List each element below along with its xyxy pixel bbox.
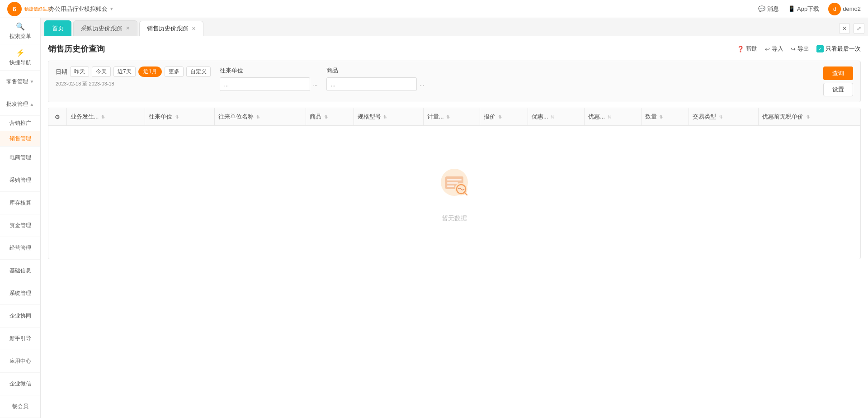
th-quantity[interactable]: 数量 ⇅ — [641, 108, 689, 126]
import-icon: ↩ — [765, 46, 770, 52]
sidebar-item-search-menu[interactable]: 🔍 搜索菜单 — [0, 18, 40, 44]
logo-area: 6 畅捷信好生意 — [7, 2, 43, 16]
sidebar-item-member-card[interactable]: 畅会员 — [0, 395, 40, 418]
th-biz-date[interactable]: 业务发生... ⇅ — [66, 108, 145, 126]
filter-main-row: 日期 昨天 今天 近7天 近1月 更多 自定义 2023-02-18 至 202… — [56, 66, 853, 96]
th-settings[interactable]: ⚙ — [48, 108, 66, 126]
sidebar-item-beginner-guide[interactable]: 新手引导 — [0, 328, 40, 350]
sidebar-item-label: 资金管理 — [9, 222, 31, 229]
date-btn-custom[interactable]: 自定义 — [186, 66, 211, 77]
sidebar-item-enterprise-agreement[interactable]: 企业协同 — [0, 305, 40, 328]
th-quoted-price[interactable]: 报价 ⇅ — [480, 108, 528, 126]
only-last-checkbox[interactable]: ✓ — [816, 45, 824, 52]
date-range-text: 2023-02-18 至 2023-03-18 — [56, 81, 211, 87]
sidebar-item-enterprise-wechat[interactable]: 企业微信 — [0, 373, 40, 395]
empty-state: 暂无数据 — [48, 126, 860, 259]
sidebar-item-app-center[interactable]: 应用中心 — [0, 350, 40, 373]
th-unit[interactable]: 计量... ⇅ — [423, 108, 480, 126]
sidebar-item-retail-mgmt[interactable]: 零售管理 ▼ — [0, 71, 40, 93]
product-filter-row: 商品 — [326, 66, 424, 75]
close-purchase-history-tab[interactable]: ✕ — [126, 26, 130, 31]
avatar: d — [828, 3, 841, 15]
sidebar-item-marketing-promo[interactable]: 营销推广 — [0, 116, 40, 131]
sidebar-item-inventory-calc[interactable]: 库存核算 — [0, 192, 40, 214]
filter-settings-btn[interactable]: 设置 — [823, 83, 853, 96]
sidebar-item-label: 经营管理 — [9, 244, 31, 252]
date-btn-7days[interactable]: 近7天 — [113, 66, 136, 77]
sidebar-item-label: 销售管理 — [9, 135, 31, 142]
message-btn[interactable]: 💬 消息 — [758, 5, 779, 13]
th-discount2[interactable]: 优惠... ⇅ — [585, 108, 642, 126]
th-partner-code[interactable]: 往来单位 ⇅ — [145, 108, 215, 126]
sidebar-item-label: 应用中心 — [9, 357, 31, 365]
sidebar-item-operations-mgmt[interactable]: 经营管理 — [0, 237, 40, 260]
top-header: 6 畅捷信好生意 办公用品行业模拟账套 ▾ 💬 消息 📱 App下载 d dem… — [0, 0, 868, 18]
help-btn[interactable]: ❓ 帮助 — [737, 45, 758, 53]
filter-right-actions: 查询 设置 — [823, 66, 853, 96]
tab-bar: 首页 采购历史价跟踪 ✕ 销售历史价跟踪 ✕ ✕ ⤢ — [41, 18, 868, 36]
sort-icon-pre-tax-price: ⇅ — [806, 114, 810, 119]
partner-input-row: ... — [220, 77, 317, 91]
sidebar-item-sales-mgmt[interactable]: 销售管理 — [0, 131, 40, 147]
app-download-btn[interactable]: 📱 App下载 — [788, 5, 819, 13]
page-actions: ❓ 帮助 ↩ 导入 ↪ 导出 ✓ 只看最后一次 — [737, 45, 861, 53]
page-title-bar: 销售历史价查询 ❓ 帮助 ↩ 导入 ↪ 导出 ✓ — [48, 43, 861, 54]
date-filter-label: 日期 — [56, 68, 67, 76]
export-icon: ↪ — [791, 46, 796, 52]
main-layout: 🔍 搜索菜单 ⚡ 快捷导航 零售管理 ▼ 批发管理 ▲ 营销推广 销售管理 电商… — [0, 18, 868, 418]
sidebar-item-label: 系统管理 — [9, 290, 31, 297]
partner-filter-group: 往来单位 ... — [220, 66, 317, 91]
th-trade-type[interactable]: 交易类型 ⇅ — [689, 108, 759, 126]
only-last-checkbox-label[interactable]: ✓ 只看最后一次 — [816, 45, 861, 53]
sidebar-item-label: 电商管理 — [9, 154, 31, 162]
th-partner-name[interactable]: 往来单位名称 ⇅ — [215, 108, 306, 126]
message-icon: 💬 — [758, 5, 765, 12]
tab-home[interactable]: 首页 — [44, 20, 71, 36]
table-container: ⚙ 业务发生... ⇅ 往来单位 ⇅ 往来单位名称 ⇅ 商品 ⇅ 规格型号 ⇅ … — [48, 108, 861, 259]
sidebar-item-system-mgmt[interactable]: 系统管理 — [0, 282, 40, 305]
th-spec[interactable]: 规格型号 ⇅ — [354, 108, 423, 126]
partner-input[interactable] — [220, 77, 310, 91]
logo-icon: 6 — [7, 2, 22, 16]
sidebar: 🔍 搜索菜单 ⚡ 快捷导航 零售管理 ▼ 批发管理 ▲ 营销推广 销售管理 电商… — [0, 18, 41, 418]
sidebar-item-ecommerce-mgmt[interactable]: 电商管理 — [0, 147, 40, 169]
close-sales-history-tab[interactable]: ✕ — [192, 26, 196, 31]
th-pre-tax-price[interactable]: 优惠前无税单价 ⇅ — [758, 108, 860, 126]
th-discount1[interactable]: 优惠... ⇅ — [528, 108, 585, 126]
sidebar-item-label: 快捷导航 — [9, 59, 31, 66]
sort-icon-discount2: ⇅ — [608, 114, 611, 119]
close-all-tabs-btn[interactable]: ✕ — [839, 23, 850, 34]
tab-bar-actions: ✕ ⤢ — [839, 23, 864, 36]
tab-home-label: 首页 — [52, 24, 64, 33]
svg-rect-3 — [447, 182, 458, 184]
sidebar-item-basic-info[interactable]: 基础信息 — [0, 260, 40, 282]
quick-nav-icon: ⚡ — [16, 48, 25, 57]
product-input-row: ... — [326, 77, 424, 91]
product-input[interactable] — [326, 77, 417, 91]
sidebar-item-label: 零售管理 — [6, 78, 28, 86]
date-btn-today[interactable]: 今天 — [92, 66, 111, 77]
sort-icon-unit: ⇅ — [446, 114, 450, 119]
maximize-btn[interactable]: ⤢ — [854, 23, 864, 34]
workspace-selector[interactable]: 办公用品行业模拟账套 ▾ — [49, 5, 753, 13]
import-btn[interactable]: ↩ 导入 — [765, 45, 783, 53]
partner-filter-row: 往来单位 — [220, 66, 317, 75]
date-btn-more[interactable]: 更多 — [165, 66, 184, 77]
date-btn-1month[interactable]: 近1月 — [138, 66, 162, 77]
tab-sales-history[interactable]: 销售历史价跟踪 ✕ — [139, 21, 203, 36]
sidebar-item-purchase-mgmt[interactable]: 采购管理 — [0, 169, 40, 192]
date-btn-yesterday[interactable]: 昨天 — [70, 66, 89, 77]
logo-text: 畅捷信好生意 — [24, 6, 52, 12]
sidebar-item-wholesale-mgmt[interactable]: 批发管理 ▲ — [0, 93, 40, 116]
page-title: 销售历史价查询 — [48, 43, 105, 54]
th-product[interactable]: 商品 ⇅ — [306, 108, 354, 126]
sidebar-item-finance-mgmt[interactable]: 资金管理 — [0, 214, 40, 237]
sidebar-item-quick-nav[interactable]: ⚡ 快捷导航 — [0, 44, 40, 71]
search-btn[interactable]: 查询 — [823, 66, 853, 80]
page-content: 销售历史价查询 ❓ 帮助 ↩ 导入 ↪ 导出 ✓ — [41, 36, 868, 418]
tab-purchase-history[interactable]: 采购历史价跟踪 ✕ — [73, 20, 137, 36]
search-menu-icon: 🔍 — [16, 22, 25, 31]
filter-bar: 日期 昨天 今天 近7天 近1月 更多 自定义 2023-02-18 至 202… — [48, 61, 861, 102]
export-btn[interactable]: ↪ 导出 — [791, 45, 809, 53]
user-profile-btn[interactable]: d demo2 — [828, 3, 861, 15]
